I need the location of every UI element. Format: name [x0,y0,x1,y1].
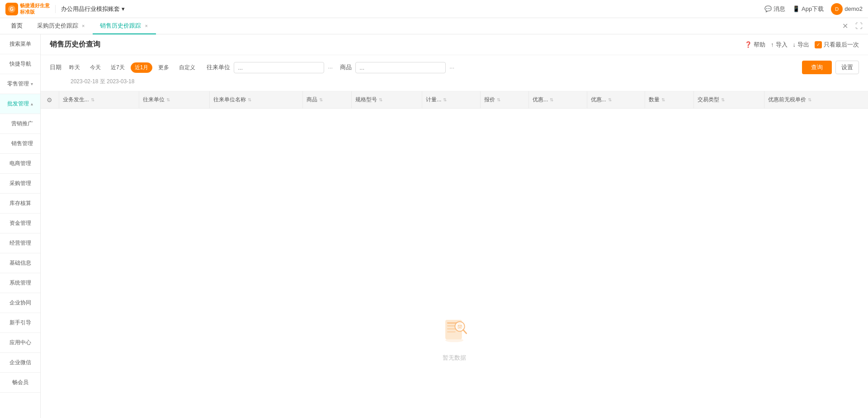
enterprise-collab-label: 企业协同 [9,299,31,307]
date-range-row: 2023-02-18 至 2023-03-18 [50,77,859,86]
date-btn-custom[interactable]: 自定义 [175,62,199,73]
sales-mgmt-label: 销售管理 [11,140,33,147]
sort-icon-trade-type[interactable]: ⇅ [721,97,725,102]
col-partner-name: 往来单位名称 ⇅ [210,91,303,109]
expand-btn[interactable]: ⛶ [854,22,864,30]
header-right: 💬 消息 📱 App下载 D demo2 [764,3,863,15]
sidebar-item-inventory[interactable]: 库存核算 [0,194,40,214]
sidebar-item-marketing[interactable]: 营销推广 [0,114,40,134]
col-settings: ⚙ [41,91,59,109]
sort-icon-partner-code[interactable]: ⇅ [166,97,170,102]
sort-icon-biz-date[interactable]: ⇅ [91,97,94,102]
date-label: 日期 [50,63,61,71]
tab-purchase-close[interactable]: × [81,22,85,29]
user-menu[interactable]: D demo2 [831,3,863,15]
sidebar-item-retail[interactable]: 零售管理 ▾ [0,74,40,94]
sidebar-item-enterprise-wechat[interactable]: 企业微信 [0,353,40,373]
close-all-btn[interactable]: ✕ [840,22,850,30]
sidebar-item-wholesale[interactable]: 批发管理 ▴ [0,94,40,114]
col-biz-date: 业务发生... ⇅ [59,91,139,109]
gear-icon[interactable]: ⚙ [47,96,52,104]
sidebar-item-finance[interactable]: 资金管理 [0,214,40,233]
tab-bar-actions: ✕ ⛶ [840,22,864,30]
col-unit: 计量... ⇅ [422,91,480,109]
date-btn-1month[interactable]: 近1月 [131,62,153,73]
sort-icon-goods[interactable]: ⇅ [319,97,323,102]
sidebar-item-new-guide[interactable]: 新手引导 [0,313,40,333]
date-btn-more[interactable]: 更多 [154,62,173,73]
page-actions: ❓ 帮助 ↑ 导入 ↓ 导出 ✓ 只看最后一次 [745,41,859,49]
col-trade-type: 交易类型 ⇅ [693,91,764,109]
only-last-checkbox[interactable]: ✓ [815,41,822,48]
sort-icon-quantity[interactable]: ⇅ [661,97,665,102]
app-download-btn[interactable]: 📱 App下载 [793,5,824,13]
app-name-label: 办公用品行业模拟账套 [61,5,120,13]
message-btn[interactable]: 💬 消息 [764,5,785,13]
tab-bar: 首页 采购历史价跟踪 × 销售历史价跟踪 × ✕ ⛶ [0,18,868,34]
sidebar-item-basic-info[interactable]: 基础信息 [0,253,40,273]
sort-icon-discount-amt[interactable]: ⇅ [608,97,612,102]
goods-input[interactable] [355,62,446,73]
date-filter-group: 日期 昨天 今天 近7天 近1月 更多 自定义 [50,62,199,73]
import-btn[interactable]: ↑ 导入 [771,41,788,49]
enterprise-wechat-label: 企业微信 [9,359,31,366]
goods-dots-icon[interactable]: ··· [449,64,454,71]
sidebar-item-sales-mgmt[interactable]: 销售管理 [0,134,40,154]
goods-filter-group: 商品 ··· [340,62,454,73]
sort-icon-unit[interactable]: ⇅ [443,97,447,102]
logo-text: 畅捷通好生意 标准版 [20,3,50,14]
sort-icon-pre-tax-price[interactable]: ⇅ [808,97,811,102]
sidebar-item-system[interactable]: 系统管理 [0,273,40,293]
data-table: ⚙ 业务发生... ⇅ 往来单 [41,91,868,109]
only-last-btn[interactable]: ✓ 只看最后一次 [815,41,859,49]
message-icon: 💬 [764,5,772,12]
date-btn-yesterday[interactable]: 昨天 [65,62,84,73]
app-selector[interactable]: 办公用品行业模拟账套 ▾ [55,5,125,13]
header-left: G 畅捷通好生意 标准版 办公用品行业模拟账套 ▾ [5,3,125,15]
export-btn[interactable]: ↓ 导出 [793,41,810,49]
logo-icon: G [5,3,18,15]
sidebar-item-search-menu[interactable]: 搜索菜单 [0,34,40,54]
member-label: 畅会员 [12,379,28,386]
sidebar-item-member[interactable]: 畅会员 [0,373,40,393]
sidebar-item-enterprise-collab[interactable]: 企业协同 [0,293,40,313]
partner-dots-icon[interactable]: ··· [328,64,333,71]
tab-sales-close[interactable]: × [144,22,148,29]
tab-home[interactable]: 首页 [4,18,30,34]
col-quantity: 数量 ⇅ [645,91,693,109]
sidebar-item-app-center[interactable]: 应用中心 [0,333,40,353]
svg-point-12 [460,325,462,327]
wholesale-arrow-icon: ▴ [31,101,33,106]
sidebar-item-quick-nav[interactable]: 快捷导航 [0,54,40,74]
tab-sales-history[interactable]: 销售历史价跟踪 × [93,18,156,34]
help-btn[interactable]: ❓ 帮助 [745,41,765,49]
tab-home-label: 首页 [11,22,23,30]
sort-icon-spec[interactable]: ⇅ [379,97,382,102]
sidebar-item-ecommerce[interactable]: 电商管理 [0,154,40,174]
sort-icon-discount-rate[interactable]: ⇅ [550,97,553,102]
finance-label: 资金管理 [9,219,31,227]
partner-input[interactable] [234,62,324,73]
date-btn-7days[interactable]: 近7天 [107,62,129,73]
help-icon: ❓ [745,41,752,48]
date-btn-today[interactable]: 今天 [86,62,105,73]
empty-state-content: 暂无数据 [41,284,868,389]
goods-label: 商品 [340,63,352,71]
sort-icon-quoted-price[interactable]: ⇅ [497,97,500,102]
settings-button[interactable]: 设置 [835,61,859,74]
retail-label: 零售管理 [7,80,29,88]
partner-filter-group: 往来单位 ··· [207,62,333,73]
col-spec: 规格型号 ⇅ [351,91,422,109]
purchase-label: 采购管理 [9,180,31,187]
query-button[interactable]: 查询 [802,61,832,74]
inventory-label: 库存核算 [9,200,31,207]
sidebar-item-purchase[interactable]: 采购管理 [0,174,40,194]
svg-point-11 [458,325,460,327]
empty-text: 暂无数据 [443,354,466,362]
sort-icon-partner-name[interactable]: ⇅ [248,97,251,102]
tab-purchase-history[interactable]: 采购历史价跟踪 × [30,18,93,34]
svg-text:G: G [10,7,14,12]
col-pre-tax-price: 优惠前无税单价 ⇅ [764,91,868,109]
page-container: 销售历史价查询 ❓ 帮助 ↑ 导入 ↓ 导出 ✓ [41,34,868,418]
sidebar-item-operations[interactable]: 经营管理 [0,233,40,253]
